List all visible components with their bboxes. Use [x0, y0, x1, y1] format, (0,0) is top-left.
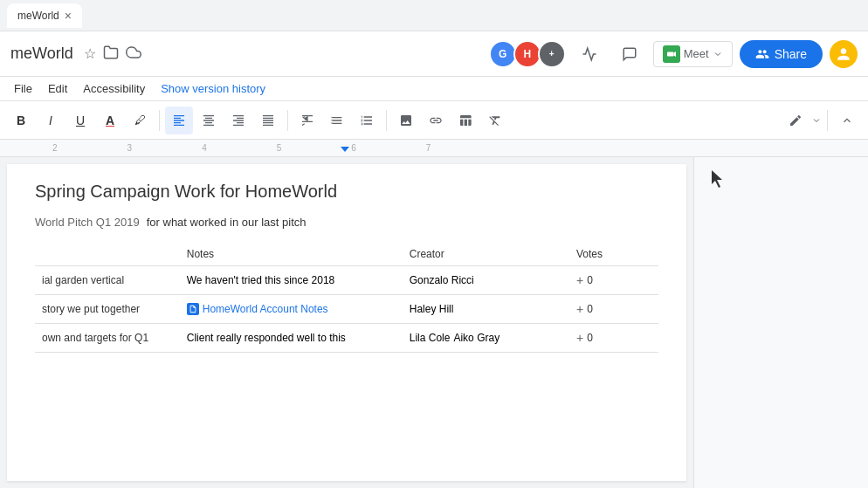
share-button[interactable]: Share	[740, 40, 823, 68]
menu-edit[interactable]: Edit	[41, 79, 74, 99]
justify-icon	[261, 113, 275, 127]
menu-bar: File Edit Accessibility Show version his…	[0, 77, 868, 101]
toolbar-separator-2	[287, 110, 288, 131]
row-2-notes[interactable]: HomeWorld Account Notes	[180, 295, 403, 324]
bullet-list-icon	[330, 113, 344, 127]
align-center-icon	[202, 113, 216, 127]
avatar-1[interactable]: G	[489, 40, 517, 68]
toolbar-separator-4	[827, 110, 828, 131]
tab-close-button[interactable]: ×	[65, 10, 72, 22]
edit-mode-icon	[789, 113, 803, 127]
svg-marker-1	[673, 52, 676, 57]
table-icon	[458, 113, 472, 127]
highlight-icon: 🖊	[134, 113, 146, 127]
indent-icon	[300, 113, 314, 127]
cursor-area	[694, 157, 868, 192]
main-area: Spring Campaign Work for HomeWorld World…	[0, 157, 868, 488]
document-heading[interactable]: Spring Campaign Work for HomeWorld	[35, 182, 658, 202]
header: meWorld ☆ G H + Meet	[0, 31, 868, 77]
image-icon	[399, 113, 413, 127]
document-area: Spring Campaign Work for HomeWorld World…	[0, 157, 693, 488]
row-3-notes[interactable]: Client really responded well to this	[180, 324, 403, 353]
toolbar-separator-1	[159, 110, 160, 131]
data-table: Notes Creator Votes ial garden vertical …	[35, 243, 658, 353]
star-icon[interactable]: ☆	[84, 45, 96, 62]
italic-button[interactable]: I	[37, 107, 65, 134]
text-color-button[interactable]: A	[96, 107, 124, 134]
row-1-item: ial garden vertical	[35, 266, 180, 295]
collaborator-avatars[interactable]: G H +	[489, 40, 566, 68]
row-3-votes: + 0	[569, 324, 658, 353]
tab-title: meWorld	[17, 10, 59, 22]
doc-link-text[interactable]: HomeWorld Account Notes	[203, 303, 328, 315]
link-button[interactable]	[422, 107, 450, 134]
avatar-2[interactable]: H	[513, 40, 541, 68]
align-left-icon	[172, 113, 186, 127]
subheading-label: World Pitch Q1 2019	[35, 216, 140, 229]
align-center-button[interactable]	[195, 107, 223, 134]
row-3-creator-2: Aiko Gray	[453, 332, 499, 344]
toolbar: B I U A 🖊	[0, 101, 868, 140]
table-row: story we put together HomeWorld Account …	[35, 295, 658, 324]
row-1-votes: + 0	[569, 266, 658, 295]
cursor-pointer	[712, 170, 726, 190]
row-2-item: story we put together	[35, 295, 180, 324]
row-3-creator-1: Lila Cole	[410, 332, 451, 344]
document-page: Spring Campaign Work for HomeWorld World…	[7, 164, 686, 481]
vote-plus-icon-1[interactable]: +	[576, 273, 583, 287]
image-button[interactable]	[392, 107, 420, 134]
vote-count-2: 0	[587, 303, 593, 315]
doc-link-icon	[187, 303, 199, 315]
highlight-button[interactable]: 🖊	[126, 107, 154, 134]
underline-button[interactable]: U	[66, 107, 94, 134]
folder-icon[interactable]	[103, 45, 119, 64]
align-right-button[interactable]	[224, 107, 252, 134]
menu-version-history[interactable]: Show version history	[154, 79, 272, 99]
vote-count-3: 0	[587, 332, 593, 344]
edit-mode-chevron-icon	[811, 115, 822, 126]
tab-stop-marker	[341, 147, 349, 152]
ruler-marks: 2 3 4 5 6 7	[0, 140, 868, 156]
collapse-icon	[841, 114, 853, 127]
vote-plus-icon-3[interactable]: +	[576, 331, 583, 345]
col-header-notes: Notes	[180, 243, 403, 266]
user-avatar[interactable]	[830, 40, 858, 68]
clear-formatting-button[interactable]	[481, 107, 509, 134]
meet-icon	[663, 45, 680, 63]
col-header-creator: Creator	[403, 243, 569, 266]
table-button[interactable]	[451, 107, 479, 134]
document-subheading: World Pitch Q1 2019 for what worked in o…	[35, 216, 658, 229]
align-right-icon	[231, 113, 245, 127]
meet-button[interactable]: Meet	[653, 41, 733, 67]
avatar-extra[interactable]: +	[538, 40, 566, 68]
ruler: 2 3 4 5 6 7	[0, 140, 868, 157]
bullet-list-button[interactable]	[323, 107, 351, 134]
indent-button[interactable]	[293, 107, 321, 134]
row-1-notes[interactable]: We haven't tried this since 2018	[180, 266, 403, 295]
menu-accessibility[interactable]: Accessibility	[76, 79, 152, 99]
row-2-votes: + 0	[569, 295, 658, 324]
vote-plus-icon-2[interactable]: +	[576, 302, 583, 316]
app-title: meWorld	[10, 45, 73, 63]
edit-mode-button[interactable]	[782, 107, 809, 134]
bold-button[interactable]: B	[7, 107, 35, 134]
activity-button[interactable]	[573, 41, 606, 67]
toolbar-separator-3	[386, 110, 387, 131]
text-color-icon: A	[106, 113, 114, 127]
number-list-button[interactable]	[353, 107, 381, 134]
justify-button[interactable]	[254, 107, 282, 134]
row-1-creator: Gonzalo Ricci	[403, 266, 569, 295]
collapse-toolbar-button[interactable]	[833, 107, 861, 134]
number-list-icon	[360, 113, 374, 127]
browser-tab[interactable]: meWorld ×	[7, 3, 82, 28]
vote-count-1: 0	[587, 274, 593, 286]
menu-file[interactable]: File	[7, 79, 39, 99]
align-left-button[interactable]	[165, 107, 193, 134]
clear-formatting-icon	[488, 113, 502, 127]
row-3-creator: Lila Cole Aiko Gray	[403, 324, 569, 353]
sidebar-panel	[693, 157, 868, 488]
subheading-text: for what worked in our last pitch	[147, 216, 307, 229]
meet-chevron-icon	[713, 49, 723, 59]
chat-button[interactable]	[613, 41, 646, 67]
cloud-icon[interactable]	[126, 45, 141, 64]
